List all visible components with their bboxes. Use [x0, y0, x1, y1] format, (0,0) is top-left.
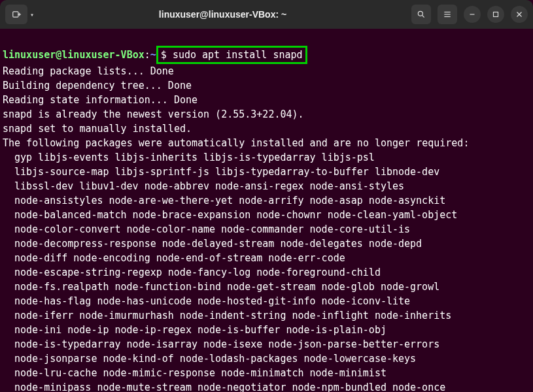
package-line: libssl-dev libuv1-dev node-abbrev node-a…: [3, 179, 530, 193]
package-line: node-escape-string-regexp node-fancy-log…: [3, 265, 530, 280]
minimize-button[interactable]: [464, 6, 481, 23]
search-button[interactable]: [411, 5, 431, 24]
package-line: node-minipass node-mute-stream node-nego…: [3, 380, 530, 392]
output-line: The following packages were automaticall…: [3, 137, 469, 149]
output-line: Reading state information... Done: [3, 94, 198, 106]
prompt-colon: :: [145, 49, 150, 61]
new-tab-dropdown-icon[interactable]: ▾: [30, 11, 34, 18]
package-line: node-decompress-response node-delayed-st…: [3, 237, 530, 251]
window-title: linuxuser@linuxuser-VBox: ~: [39, 9, 406, 20]
package-line: gyp libjs-events libjs-inherits libjs-is…: [3, 150, 530, 165]
output-line: snapd set to manually installed.: [3, 123, 192, 135]
svg-rect-0: [13, 12, 18, 17]
prompt-line: linuxuser@linuxuser-VBox:~$ sudo apt ins…: [3, 49, 307, 61]
output-line: snapd is already the newest version (2.5…: [3, 108, 304, 120]
package-line: node-iferr node-imurmurhash node-indent-…: [3, 308, 530, 323]
package-line: node-lru-cache node-mimic-response node-…: [3, 366, 530, 380]
svg-point-3: [418, 11, 422, 16]
svg-line-4: [422, 16, 424, 18]
maximize-button[interactable]: [487, 6, 504, 23]
package-line: libjs-source-map libjs-sprintf-js libjs-…: [3, 165, 530, 179]
titlebar: ▾ linuxuser@linuxuser-VBox: ~: [0, 0, 533, 29]
package-line: node-ini node-ip node-ip-regex node-is-b…: [3, 323, 530, 337]
output-line: Reading package lists... Done: [3, 65, 174, 77]
svg-rect-9: [494, 12, 498, 17]
hamburger-menu-button[interactable]: [438, 5, 457, 24]
package-line: node-is-typedarray node-isarray node-ise…: [3, 337, 530, 351]
package-line: node-fs.realpath node-function-bind node…: [3, 280, 530, 294]
package-line: node-has-flag node-has-unicode node-host…: [3, 294, 530, 308]
close-button[interactable]: [511, 6, 528, 23]
package-line: node-ansistyles node-are-we-there-yet no…: [3, 193, 530, 208]
new-tab-button[interactable]: [5, 5, 27, 24]
prompt-user-host: linuxuser@linuxuser-VBox: [3, 49, 145, 61]
command-highlight-box: $ sudo apt install snapd: [156, 46, 307, 64]
output-line: Building dependency tree... Done: [3, 80, 192, 91]
package-line: node-balanced-match node-brace-expansion…: [3, 208, 530, 222]
prompt-dollar: $: [161, 49, 173, 61]
prompt-path: ~: [150, 49, 156, 61]
package-line: node-jsonparse node-kind-of node-lodash-…: [3, 351, 530, 366]
terminal-body[interactable]: linuxuser@linuxuser-VBox:~$ sudo apt ins…: [0, 29, 533, 392]
command-text: sudo apt install snapd: [173, 49, 303, 61]
package-line: node-diff node-encoding node-end-of-stre…: [3, 251, 530, 265]
package-line: node-color-convert node-color-name node-…: [3, 222, 530, 237]
